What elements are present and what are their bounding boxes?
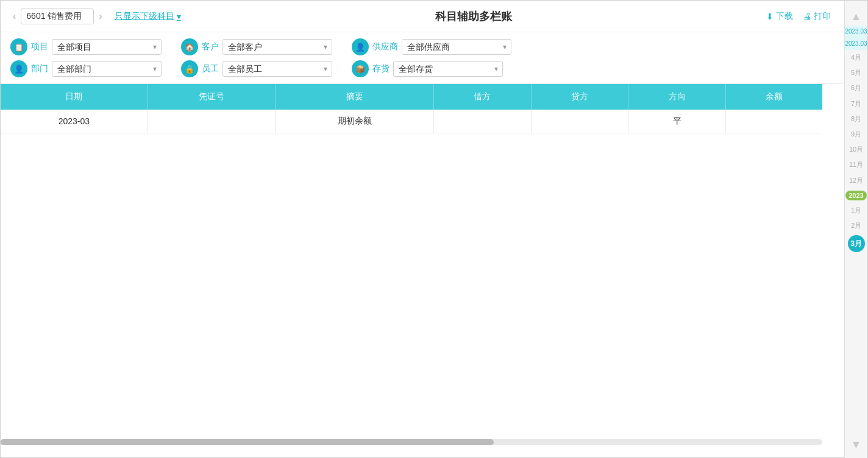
print-label: 打印 <box>814 11 831 22</box>
dept-label: 部门 <box>31 63 48 74</box>
customer-icon: 🏠 <box>181 38 198 55</box>
col-credit: 贷方 <box>531 84 628 110</box>
project-select-wrapper: 全部项目 <box>52 39 162 55</box>
project-select[interactable]: 全部项目 <box>52 39 162 55</box>
filter-row-2: 👤 部门 全部部门 🔒 员工 全部员工 <box>10 60 834 77</box>
account-code-box: 6601 销售费用 <box>21 9 94 24</box>
top-bar: ‹ 6601 销售费用 › 只显示下级科目 ▾ 科目辅助多栏账 ⬇ 下载 🖨 打… <box>1 1 867 32</box>
horizontal-scrollbar-thumb[interactable] <box>1 439 494 445</box>
download-button[interactable]: ⬇ 下载 <box>766 11 793 22</box>
project-icon: 📋 <box>10 38 27 55</box>
cell-debit <box>433 110 531 133</box>
dept-select[interactable]: 全部部门 <box>52 61 162 77</box>
table-header-row: 日期 凭证号 摘要 借方 贷方 方向 余额 <box>1 84 822 110</box>
supplier-icon: 👤 <box>352 38 369 55</box>
filter-bar: 📋 项目 全部项目 🏠 客户 全部客户 <box>1 32 844 84</box>
ledger-table: 日期 凭证号 摘要 借方 贷方 方向 余额 2023-03 期初余额 <box>1 84 822 133</box>
timeline-month-5[interactable]: 5月 <box>845 65 867 80</box>
filter-item-project: 📋 项目 全部项目 <box>10 38 162 55</box>
timeline-selected-1[interactable]: 2023.03 <box>845 26 867 38</box>
customer-select[interactable]: 全部客户 <box>222 39 332 55</box>
inventory-label: 存货 <box>372 63 390 74</box>
cell-direction: 平 <box>628 110 726 133</box>
show-sub-label-text: 只显示下级科目 <box>115 11 174 22</box>
timeline-month-12[interactable]: 12月 <box>845 173 867 188</box>
print-button[interactable]: 🖨 打印 <box>803 11 831 22</box>
supplier-label: 供应商 <box>372 41 398 52</box>
col-voucher: 凭证号 <box>148 84 276 110</box>
timeline-month-3-active[interactable]: 3月 <box>848 235 865 252</box>
col-date: 日期 <box>1 84 148 110</box>
cell-credit <box>531 110 628 133</box>
horizontal-scrollbar-track[interactable] <box>1 439 822 445</box>
timeline-month-11[interactable]: 11月 <box>845 157 867 172</box>
timeline-active-month-row: 3月 <box>845 233 867 254</box>
download-label: 下载 <box>776 11 793 22</box>
print-icon: 🖨 <box>803 12 811 21</box>
col-debit: 借方 <box>433 84 531 110</box>
filter-item-inventory: 📦 存货 全部存货 <box>352 60 503 77</box>
timeline-month-9[interactable]: 9月 <box>845 127 867 142</box>
timeline-month-4[interactable]: 4月 <box>845 50 867 65</box>
cell-voucher <box>148 110 276 133</box>
employee-select-wrapper: 全部员工 <box>222 61 332 77</box>
timeline-month-7[interactable]: 7月 <box>845 96 867 111</box>
cell-balance <box>726 110 822 133</box>
main-window: ‹ 6601 销售费用 › 只显示下级科目 ▾ 科目辅助多栏账 ⬇ 下载 🖨 打… <box>0 0 868 458</box>
timeline-month-10[interactable]: 10月 <box>845 142 867 157</box>
filter-item-customer: 🏠 客户 全部客户 <box>181 38 332 55</box>
filter-item-employee: 🔒 员工 全部员工 <box>181 60 332 77</box>
show-sub-dropdown-icon: ▾ <box>177 12 181 21</box>
year-badge-row: 2023 <box>845 188 867 203</box>
employee-icon: 🔒 <box>181 60 198 77</box>
cell-date: 2023-03 <box>1 110 148 133</box>
inventory-icon: 📦 <box>352 60 369 77</box>
filter-item-dept: 👤 部门 全部部门 <box>10 60 162 77</box>
page-title: 科目辅助多栏账 <box>181 9 767 24</box>
customer-label: 客户 <box>202 41 219 52</box>
nav-prev-arrow[interactable]: ‹ <box>10 11 18 22</box>
supplier-select-wrapper: 全部供应商 <box>402 39 511 55</box>
employee-select[interactable]: 全部员工 <box>222 61 332 77</box>
table-container: 日期 凭证号 摘要 借方 贷方 方向 余额 2023-03 期初余额 <box>1 84 822 133</box>
employee-label: 员工 <box>202 63 219 74</box>
timeline-month-2[interactable]: 2月 <box>845 218 867 233</box>
col-balance: 余额 <box>726 84 822 110</box>
col-direction: 方向 <box>628 84 726 110</box>
dept-select-wrapper: 全部部门 <box>52 61 162 77</box>
supplier-select[interactable]: 全部供应商 <box>402 39 511 55</box>
timeline-down-arrow[interactable]: ▼ <box>848 436 864 454</box>
timeline-month-8[interactable]: 8月 <box>845 111 867 127</box>
timeline-month-6[interactable]: 6月 <box>845 80 867 96</box>
timeline-panel: ▲ 2023.03 2023.03 4月 5月 6月 7月 8月 9月 10月 … <box>844 1 867 458</box>
filter-item-supplier: 👤 供应商 全部供应商 <box>352 38 511 55</box>
col-summary: 摘要 <box>276 84 433 110</box>
inventory-select[interactable]: 全部存货 <box>393 61 503 77</box>
table-row: 2023-03 期初余额 平 <box>1 110 822 133</box>
download-icon: ⬇ <box>766 12 774 21</box>
content-area: 📋 项目 全部项目 🏠 客户 全部客户 <box>1 32 844 457</box>
timeline-selected-2[interactable]: 2023.03 <box>845 38 867 50</box>
show-sub-toggle[interactable]: 只显示下级科目 ▾ <box>115 11 181 22</box>
inventory-select-wrapper: 全部存货 <box>393 61 503 77</box>
timeline-up-arrow[interactable]: ▲ <box>848 8 864 26</box>
customer-select-wrapper: 全部客户 <box>222 39 332 55</box>
nav-next-arrow[interactable]: › <box>96 11 104 22</box>
timeline-month-1[interactable]: 1月 <box>845 203 867 218</box>
dept-icon: 👤 <box>10 60 27 77</box>
cell-summary: 期初余额 <box>276 110 433 133</box>
project-label: 项目 <box>31 41 48 52</box>
year-badge[interactable]: 2023 <box>845 191 866 200</box>
filter-row-1: 📋 项目 全部项目 🏠 客户 全部客户 <box>10 38 834 55</box>
